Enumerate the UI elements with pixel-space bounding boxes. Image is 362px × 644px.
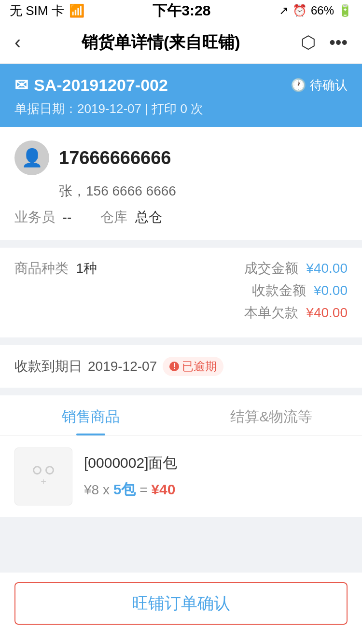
order-header: ✉ SA-20191207-002 🕐 待确认 单据日期：2019-12-07 …	[0, 64, 362, 127]
battery-icon: 🔋	[338, 4, 352, 17]
tabs-bar: 销售商品 结算&物流等	[0, 395, 362, 436]
clock-icon: 🕐	[291, 78, 306, 93]
due-date-value: 2019-12-07	[88, 359, 157, 374]
sales-label: 业务员 --	[14, 208, 71, 226]
overdue-text: 已逾期	[182, 359, 217, 374]
battery-text: 66%	[311, 4, 334, 17]
product-price-line: ¥8 x 5包 = ¥40	[84, 480, 348, 500]
product-info: [0000002]面包 ¥8 x 5包 = ¥40	[84, 453, 348, 500]
status-bar: 无 SIM 卡 📶 下午3:28 ↗ ⏰ 66% 🔋	[0, 0, 362, 21]
status-right: ↗ ⏰ 66% 🔋	[279, 4, 352, 17]
multiply-sign: x	[103, 482, 113, 497]
order-status: 🕐 待确认	[291, 77, 348, 94]
status-text: 待确认	[310, 77, 348, 94]
sales-value: --	[63, 210, 72, 224]
order-id-text: SA-20191207-002	[34, 76, 168, 95]
overdue-icon: !	[169, 362, 179, 371]
summary-card: 商品种类 1种 成交金额 ¥40.00 收款金额 ¥0.00 本单欠款 ¥40.…	[0, 248, 362, 337]
order-envelope-icon: ✉	[14, 75, 28, 95]
due-date-card: 收款到期日 2019-12-07 ! 已逾期	[0, 345, 362, 388]
product-card: + [0000002]面包 ¥8 x 5包 = ¥40	[0, 436, 362, 517]
bottom-bar: 旺铺订单确认	[0, 573, 362, 644]
amount-label: 成交金额	[244, 259, 298, 278]
unit-price: ¥8	[84, 482, 99, 497]
product-image: +	[14, 448, 72, 505]
nav-bar: ‹ 销货单详情(来自旺铺) ⬡ •••	[0, 21, 362, 64]
equals-sign: =	[139, 482, 151, 497]
confirm-button-label: 旺铺订单确认	[132, 592, 230, 615]
received-label: 收款金额	[252, 281, 306, 300]
balance-value: ¥40.00	[306, 305, 348, 321]
alarm-icon: ⏰	[292, 4, 307, 17]
more-button[interactable]: •••	[329, 32, 348, 53]
warehouse-value: 总仓	[135, 210, 162, 224]
confirm-order-button[interactable]: 旺铺订单确认	[14, 582, 348, 625]
customer-meta: 业务员 -- 仓库 总仓	[14, 208, 348, 226]
product-name: [0000002]面包	[84, 453, 348, 473]
tab-goods[interactable]: 销售商品	[0, 395, 181, 435]
customer-name: 张，156 6666 6666	[14, 182, 348, 200]
overdue-badge: ! 已逾期	[163, 357, 223, 376]
customer-card: 👤 17666666666 张，156 6666 6666 业务员 -- 仓库 …	[0, 127, 362, 240]
carrier-text: 无 SIM 卡	[10, 2, 64, 19]
status-left: 无 SIM 卡 📶	[10, 2, 84, 19]
order-date: 单据日期：2019-12-07 | 打印 0 次	[14, 100, 348, 117]
wifi-icon: 📶	[69, 3, 84, 18]
balance-label: 本单欠款	[244, 304, 298, 322]
amount-summary: 成交金额 ¥40.00 收款金额 ¥0.00 本单欠款 ¥40.00	[244, 259, 348, 326]
due-date-label: 收款到期日	[14, 357, 82, 376]
received-value: ¥0.00	[314, 283, 348, 298]
customer-phone: 17666666666	[59, 148, 171, 168]
tab-settle[interactable]: 结算&物流等	[181, 395, 362, 435]
warehouse-label: 仓库 总仓	[100, 208, 162, 226]
customer-avatar: 👤	[14, 140, 49, 175]
order-id-container: ✉ SA-20191207-002	[14, 75, 168, 95]
total-price: ¥40	[151, 481, 175, 497]
back-button[interactable]: ‹	[14, 31, 21, 53]
share-button[interactable]: ⬡	[301, 32, 316, 53]
product-type: 商品种类 1种	[14, 259, 97, 278]
product-logo: +	[24, 464, 63, 489]
nav-actions: ⬡ •••	[301, 32, 348, 53]
page-title: 销货单详情(来自旺铺)	[82, 31, 240, 54]
status-time: 下午3:28	[153, 1, 210, 21]
amount-value: ¥40.00	[306, 261, 348, 276]
location-icon: ↗	[279, 4, 289, 17]
quantity: 5包	[113, 481, 136, 497]
